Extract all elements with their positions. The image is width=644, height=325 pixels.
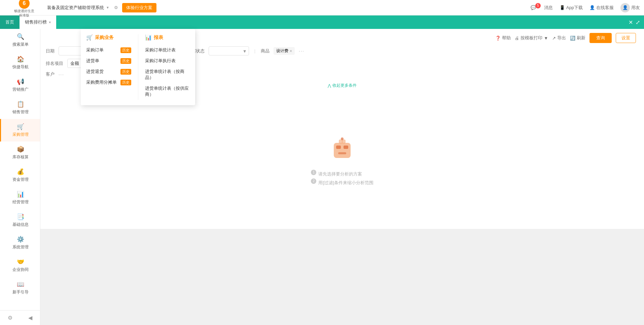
goods-tag-item: 设计费 × (274, 47, 295, 55)
empty-state: 1 请先选择要分析的方案 2 用[过滤]条件来缩小分析范围 (40, 94, 644, 229)
dropdown-item-po-stats[interactable]: 采购订单统计表 (145, 45, 190, 55)
purchase-expense-history-badge: 历史 (120, 80, 131, 85)
message-badge: 5 (535, 3, 541, 8)
app-download-btn[interactable]: 📱 App下载 (560, 5, 583, 11)
svg-rect-3 (338, 152, 346, 154)
service-icon: 👤 (589, 5, 595, 10)
customer-more-dots[interactable]: ··· (59, 72, 64, 77)
dropdown-col-purchase-title: 🛒 采购业务 (86, 34, 131, 41)
goods-tag-close[interactable]: × (290, 49, 292, 53)
doc-status-select[interactable] (209, 46, 249, 55)
system-title-text: 装备及固定资产辅助管理系统 (47, 5, 104, 11)
filter-settings-btn[interactable]: 设置 (616, 33, 636, 43)
tab-sales-rank[interactable]: 销售排行榜 × (20, 15, 56, 29)
industry-btn[interactable]: 体验行业方案 (122, 3, 156, 12)
sidebar-item-operations[interactable]: 📊 经营管理 (0, 187, 40, 209)
sidebar-item-cooperation[interactable]: 🤝 企业协同 (0, 254, 40, 277)
dropdown-item-inbound-stats-supplier[interactable]: 进货单统计表（按供应商） (145, 83, 190, 100)
tab-maximize-icon[interactable]: ⤢ (636, 19, 640, 26)
tab-close-window-icon[interactable]: ✕ (629, 19, 633, 26)
sidebar-settings-icon[interactable]: ⚙ (8, 315, 12, 321)
sidebar: 🔍 搜索菜单 🏠 快捷导航 📢 营销推广 📋 销售管理 🛒 采购管理 📦 库存核… (0, 29, 40, 325)
empty-tip-1: 1 请先选择要分析的方案 (311, 170, 373, 178)
sidebar-sales-label: 销售管理 (12, 109, 29, 115)
dropdown-item-purchase-expense[interactable]: 采购费用分摊单 历史 (86, 77, 131, 88)
sidebar-item-guide[interactable]: 📖 新手引导 (0, 277, 40, 299)
dropdown-purchase-expense-label: 采购费用分摊单 (86, 79, 117, 85)
goods-tag-text: 设计费 (276, 48, 288, 54)
message-btn[interactable]: 💬 5 消息 (531, 5, 553, 11)
content-area: 🛒 采购业务 采购订单 历史 进货单 历史 进货退货 历史 采购费用分摊单 (40, 29, 644, 325)
dropdown-item-inbound[interactable]: 进货单 历史 (86, 55, 131, 66)
online-service-btn[interactable]: 👤 在线客服 (589, 5, 614, 11)
message-label: 消息 (544, 5, 553, 11)
svg-rect-0 (334, 143, 351, 158)
online-service-label: 在线客服 (596, 5, 614, 11)
goods-more-dots[interactable]: ··· (299, 48, 305, 53)
dropdown-divider (138, 34, 138, 100)
customer-label: 客户 (46, 71, 55, 77)
dropdown-purchase-order-label: 采购订单 (86, 47, 104, 53)
sidebar-purchase-label: 采购管理 (12, 132, 29, 137)
dropdown-item-inbound-return[interactable]: 进货退货 历史 (86, 66, 131, 77)
dropdown-col-report-title: 📊 报表 (145, 34, 190, 41)
dropdown-item-inbound-stats-goods[interactable]: 进货单统计表（按商品） (145, 66, 190, 83)
dropdown-col-report: 📊 报表 采购订单统计表 采购订单执行表 进货单统计表（按商品） 进货单统计表（… (145, 34, 190, 100)
dropdown-item-po-exec[interactable]: 采购订单执行表 (145, 55, 190, 66)
dropdown-col-purchase: 🛒 采购业务 采购订单 历史 进货单 历史 进货退货 历史 采购费用分摊单 (86, 34, 131, 100)
sidebar-item-marketing[interactable]: 📢 营销推广 (0, 74, 40, 96)
dropdown-item-purchase-order[interactable]: 采购订单 历史 (86, 45, 131, 55)
date-label: 日期 (46, 48, 55, 54)
sidebar-search-label: 搜索菜单 (12, 42, 29, 47)
sidebar-item-basics[interactable]: 📑 基础信息 (0, 209, 40, 232)
search-icon: 🔍 (17, 33, 24, 40)
tab-home-label: 首页 (5, 19, 14, 25)
system-title-chevron[interactable]: ▼ (106, 6, 109, 9)
empty-text: 1 请先选择要分析的方案 2 用[过滤]条件来缩小分析范围 (311, 170, 373, 187)
top-right-area: 💬 5 消息 📱 App下载 👤 在线客服 👤 用友 (531, 3, 640, 12)
purchase-icon: 🛒 (17, 123, 24, 130)
user-label: 用友 (631, 5, 640, 11)
sidebar-collapse-icon[interactable]: ◀ (28, 315, 32, 321)
help-btn[interactable]: ❓ 帮助 (495, 35, 511, 41)
export-icon: ↗ (552, 36, 556, 41)
inbound-history-badge: 历史 (120, 58, 131, 64)
sidebar-inventory-label: 库存核算 (12, 154, 29, 160)
export-btn[interactable]: ↗ 导出 (552, 35, 566, 41)
home-icon: 🏠 (17, 55, 24, 63)
sidebar-item-quicknav[interactable]: 🏠 快捷导航 (0, 51, 40, 74)
print-btn[interactable]: 🖨 按模板打印 ▼ (515, 35, 548, 41)
sidebar-cooperation-label: 企业协同 (12, 267, 29, 273)
goods-label: 商品 (261, 48, 270, 54)
refresh-btn[interactable]: 🔄 刷新 (570, 35, 585, 41)
sidebar-item-inventory[interactable]: 📦 库存核算 (0, 141, 40, 164)
dropdown-panel: 🛒 采购业务 采购订单 历史 进货单 历史 进货退货 历史 采购费用分摊单 (81, 29, 195, 105)
tab-home[interactable]: 首页 (0, 15, 20, 29)
sidebar-item-system[interactable]: ⚙️ 系统管理 (0, 232, 40, 254)
dropdown-purchase-icon: 🛒 (86, 34, 93, 41)
operations-icon: 📊 (17, 191, 24, 198)
sidebar-basics-label: 基础信息 (12, 222, 29, 228)
empty-icon (329, 136, 356, 163)
sidebar-item-search[interactable]: 🔍 搜索菜单 (0, 29, 40, 51)
sidebar-bottom: ⚙ ◀ (0, 310, 40, 325)
dropdown-inbound-label: 进货单 (86, 58, 99, 64)
purchase-order-history-badge: 历史 (120, 47, 131, 53)
tab-close-icon[interactable]: × (49, 20, 51, 24)
top-bar: 6 畅捷通好生意 标准版 装备及固定资产辅助管理系统 ▼ ⚙ 体验行业方案 💬 … (0, 0, 644, 15)
query-btn[interactable]: 查询 (589, 33, 612, 43)
print-label: 按模板打印 (521, 35, 542, 41)
user-area[interactable]: 👤 用友 (620, 3, 640, 12)
dropdown-report-icon: 📊 (145, 34, 152, 41)
app-download-label: App下载 (566, 5, 583, 11)
sidebar-item-sales[interactable]: 📋 销售管理 (0, 96, 40, 119)
sidebar-item-finance[interactable]: 💰 资金管理 (0, 164, 40, 187)
svg-rect-1 (336, 146, 341, 149)
settings-gear-icon[interactable]: ⚙ (114, 5, 118, 10)
export-label: 导出 (557, 35, 566, 41)
tab-bar-end: ✕ ⤢ (629, 19, 644, 26)
logo-icon: 6 (19, 0, 30, 9)
inbound-return-history-badge: 历史 (120, 69, 131, 75)
sidebar-item-purchase[interactable]: 🛒 采购管理 (0, 119, 40, 141)
sidebar-system-label: 系统管理 (12, 244, 29, 250)
